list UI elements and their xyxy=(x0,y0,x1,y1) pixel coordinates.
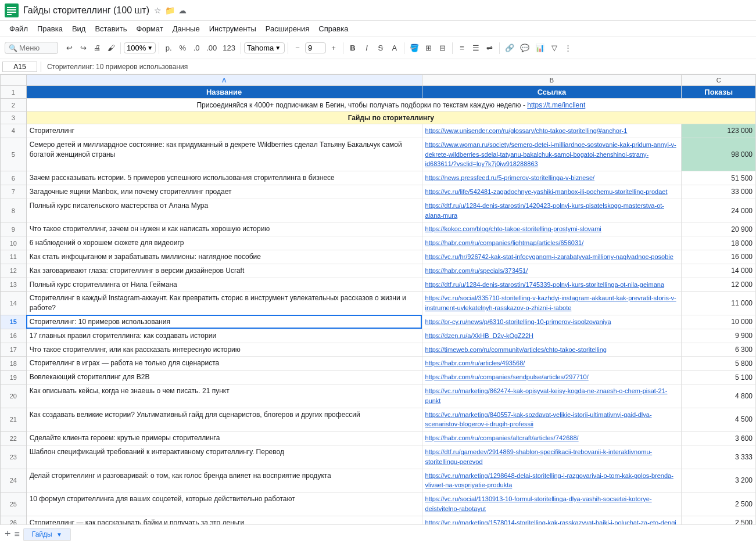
chart-button[interactable]: 📊 xyxy=(533,41,547,56)
cell-title[interactable]: Зачем рассказывать истории. 5 примеров у… xyxy=(26,171,422,185)
filter-button[interactable]: ▽ xyxy=(548,41,561,56)
cell-title[interactable]: Делай сторителлинг и разговаривай: о том… xyxy=(26,469,422,492)
percent-button[interactable]: % xyxy=(176,41,189,56)
search-input[interactable] xyxy=(19,44,54,52)
cell-url[interactable]: https://timeweb.com/ru/community/article… xyxy=(422,343,682,357)
url-link[interactable]: https://vc.ru/social/335710-storitelling… xyxy=(425,294,676,311)
cell-url[interactable]: https://vc.ru/hr/926742-kak-stat-infocyg… xyxy=(422,250,682,264)
sheet-container[interactable]: A B C 1 Название Ссылка Показы 2 Присоед… xyxy=(0,74,756,524)
cell-url[interactable]: https://habr.com/ru/companies/lightmap/a… xyxy=(422,236,682,250)
url-link[interactable]: https://vc.ru/marketing/1298648-delai-st… xyxy=(425,472,673,489)
menu-tools[interactable]: Инструменты xyxy=(205,23,261,34)
url-link[interactable]: https://dtf.ru/gamedev/2914869-shablon-s… xyxy=(425,448,653,465)
cell-url[interactable]: https://habr.com/ru/specials/373451/ xyxy=(422,264,682,278)
cell-title[interactable]: Сторителлинг xyxy=(26,124,422,138)
cell-url[interactable]: https://vc.ru/social/335710-storitelling… xyxy=(422,292,682,315)
col-header-c[interactable]: C xyxy=(682,75,756,86)
cell-url[interactable]: https://dzen.ru/a/XkHB_D2v-kOgZ22H xyxy=(422,329,682,343)
merge-button[interactable]: ⊟ xyxy=(436,41,449,56)
bold-button[interactable]: B xyxy=(346,41,359,56)
dec2-button[interactable]: .00 xyxy=(204,41,219,56)
header-link[interactable]: Ссылка xyxy=(422,86,682,99)
cell-title[interactable]: Что такое сторителлинг, зачем он нужен и… xyxy=(26,222,422,236)
zoom-selector[interactable]: 100% ▼ xyxy=(124,42,156,53)
menu-insert[interactable]: Вставить xyxy=(90,23,131,34)
url-link[interactable]: https://timeweb.com/ru/community/article… xyxy=(425,346,607,353)
cell-url[interactable]: https://habr.com/ru/companies/altcraft/a… xyxy=(422,431,682,445)
url-link[interactable]: https://kokoc.com/blog/chto-takoe-storit… xyxy=(425,225,601,232)
cell-title[interactable]: Вовлекающий сторителлинг для В2В xyxy=(26,371,422,384)
folder-icon[interactable]: 📁 xyxy=(165,6,175,15)
url-link[interactable]: https://vc.ru/life/542481-zagadochnye-ya… xyxy=(425,188,668,195)
url-link[interactable]: https://habr.com/ru/specials/373451/ xyxy=(425,267,528,274)
url-link[interactable]: https://pr-cy.ru/news/p/6310-storitellin… xyxy=(425,318,611,325)
url-link[interactable]: https://www.woman.ru/society/semero-dete… xyxy=(425,141,676,168)
cell-title[interactable]: Как заговаривают глаза: сторителлинг в в… xyxy=(26,264,422,278)
cell-url[interactable]: https://pr-cy.ru/news/p/6310-storitellin… xyxy=(422,315,682,329)
cell-url[interactable]: https://vc.ru/marketing/862474-kak-opisy… xyxy=(422,384,682,408)
url-link[interactable]: https://dtf.ru/u/1284-denis-starostin/14… xyxy=(425,202,664,219)
cell-title[interactable]: Как создавать великие истории? Ультимати… xyxy=(26,408,422,431)
url-link[interactable]: https://vc.ru/social/1130913-10-formul-s… xyxy=(425,495,652,512)
cell-reference[interactable] xyxy=(2,62,37,72)
font-size-decrease[interactable]: − xyxy=(291,41,304,56)
menu-help[interactable]: Справка xyxy=(314,23,353,34)
cell-title[interactable]: 6 наблюдений о хорошем сюжете для видеои… xyxy=(26,236,422,250)
promo-link[interactable]: https://t.me/inclient xyxy=(527,101,585,109)
text-color-button[interactable]: A xyxy=(388,41,401,56)
cell-title[interactable]: Полный курс писательского мастерства от … xyxy=(26,199,422,222)
menu-edit[interactable]: Правка xyxy=(33,23,67,34)
col-header-a[interactable]: A xyxy=(26,75,422,86)
url-link[interactable]: https://habr.com/ru/companies/altcraft/a… xyxy=(425,434,579,441)
dec1-button[interactable]: .0 xyxy=(190,41,203,56)
url-link[interactable]: https://vc.ru/marketing/862474-kak-opisy… xyxy=(425,387,668,404)
cell-title[interactable]: Сторителлинг: 10 примеров использования xyxy=(26,315,422,329)
cell-url[interactable]: https://dtf.ru/u/1284-denis-starostin/17… xyxy=(422,278,682,292)
cell-title[interactable]: Как стать инфоцыганом и зарабатывать мил… xyxy=(26,250,422,264)
url-link[interactable]: https://vc.ru/marketing/1578014-storitel… xyxy=(425,519,676,524)
cell-title[interactable]: Что такое сторителлинг, или как рассказа… xyxy=(26,343,422,357)
header-views[interactable]: Показы xyxy=(682,86,756,99)
star-icon[interactable]: ☆ xyxy=(154,6,162,15)
cell-url[interactable]: https://vc.ru/marketing/1298648-delai-st… xyxy=(422,469,682,492)
cell-title[interactable]: Сторителлинг в играх — работа не только … xyxy=(26,357,422,371)
cell-url[interactable]: https://dtf.ru/u/1284-denis-starostin/14… xyxy=(422,199,682,222)
print-button[interactable]: 🖨 xyxy=(91,41,103,56)
url-link[interactable]: https://dtf.ru/u/1284-denis-starostin/17… xyxy=(425,281,665,288)
cell-title[interactable]: Сделайте клиента героем: крутые примеры … xyxy=(26,431,422,445)
cell-url[interactable]: https://vc.ru/social/1130913-10-formul-s… xyxy=(422,492,682,516)
url-link[interactable]: https://dzen.ru/a/XkHB_D2v-kOgZ22H xyxy=(425,332,533,339)
paint-format-button[interactable]: 🖌 xyxy=(105,41,117,56)
cloud-icon[interactable]: ☁ xyxy=(178,6,187,15)
menu-view[interactable]: Вид xyxy=(67,23,91,34)
font-size-increase[interactable]: + xyxy=(327,41,340,56)
cell-title[interactable]: Шаблон спецификаций требований к интерак… xyxy=(26,445,422,469)
url-link[interactable]: https://vc.ru/marketing/840557-kak-sozda… xyxy=(425,411,652,428)
strikethrough-button[interactable]: S xyxy=(374,41,387,56)
currency-button[interactable]: р. xyxy=(162,41,175,56)
search-box[interactable]: 🔍 xyxy=(5,42,58,54)
italic-button[interactable]: I xyxy=(360,41,373,56)
url-link[interactable]: https://news.pressfeed.ru/5-primerov-sto… xyxy=(425,174,595,181)
more-button[interactable]: ⋮ xyxy=(562,41,575,56)
col-header-b[interactable]: B xyxy=(422,75,682,86)
cell-title[interactable]: Сторителлинг в каждый Instagram-аккаунт.… xyxy=(26,292,422,315)
align-center-button[interactable]: ☰ xyxy=(470,41,482,56)
menu-format[interactable]: Формат xyxy=(132,23,168,34)
redo-button[interactable]: ↪ xyxy=(77,41,89,56)
url-link[interactable]: https://www.unisender.com/ru/glossary/ch… xyxy=(425,127,628,134)
menu-extensions[interactable]: Расширения xyxy=(261,23,314,34)
undo-button[interactable]: ↩ xyxy=(63,41,76,56)
cell-url[interactable]: https://www.woman.ru/society/semero-dete… xyxy=(422,138,682,171)
cell-url[interactable]: https://vc.ru/marketing/840557-kak-sozda… xyxy=(422,408,682,431)
cell-title[interactable]: Полный курс сторителлинга от Нила Гейман… xyxy=(26,278,422,292)
link-button[interactable]: 🔗 xyxy=(503,41,517,56)
header-title[interactable]: Название xyxy=(26,86,422,99)
menu-file[interactable]: Файл xyxy=(5,23,33,34)
cell-url[interactable]: https://habr.com/ru/companies/sendpulse/… xyxy=(422,371,682,384)
cell-title[interactable]: 10 формул сторителлинга для ваших соцсет… xyxy=(26,492,422,516)
cell-url[interactable]: https://habr.com/ru/articles/493568/ xyxy=(422,357,682,371)
url-link[interactable]: https://vc.ru/hr/926742-kak-stat-infocyg… xyxy=(425,253,673,260)
comment-button[interactable]: 💬 xyxy=(518,41,532,56)
borders-button[interactable]: ⊞ xyxy=(422,41,435,56)
